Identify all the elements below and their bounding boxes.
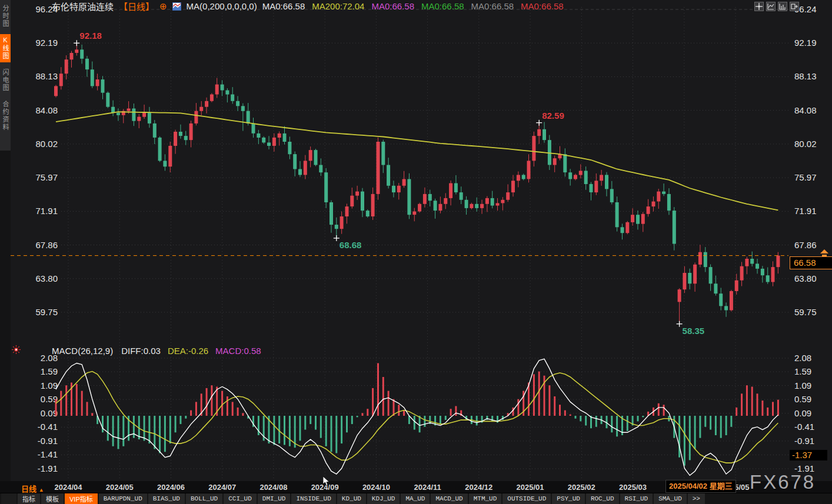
macd-value-0: DIFF:0.03 <box>121 346 161 356</box>
month-label-2025-03: 2025/03 <box>619 483 647 492</box>
month-label-2025-02: 2025/02 <box>568 483 595 492</box>
svg-text:92.19: 92.19 <box>794 38 817 48</box>
toolbar-item-8[interactable]: INSIDE_UD <box>291 493 335 504</box>
ma-value-0: MA0:66.58 <box>262 1 305 11</box>
chart-layers: 96.2496.2492.1992.1988.1388.1384.0884.08… <box>11 0 832 481</box>
svg-text:75.97: 75.97 <box>794 172 817 182</box>
month-label-2024-10: 2024/10 <box>362 483 390 492</box>
macd-value-1: DEA:-0.26 <box>168 346 208 356</box>
svg-text:71.91: 71.91 <box>35 206 58 216</box>
dropdown-arrow-icon: ▲ <box>39 487 44 493</box>
toolbar-item-13[interactable]: MTM_UD <box>469 493 502 504</box>
macd-cursor-value-tag: -1.37 <box>790 450 827 460</box>
period-tag: 【日线】 <box>119 0 154 12</box>
svg-text:0.09: 0.09 <box>794 408 811 418</box>
svg-text:0.59: 0.59 <box>794 394 811 404</box>
toolbar-item-7[interactable]: DMI_UD <box>258 493 291 504</box>
main-chart-canvas[interactable]: 96.2496.2492.1992.1988.1388.1384.0884.08… <box>0 0 832 481</box>
svg-text:80.02: 80.02 <box>35 139 58 149</box>
svg-text:58.35: 58.35 <box>683 326 705 336</box>
add-indicator-icon[interactable]: ⊕ <box>159 1 167 12</box>
svg-text:84.08: 84.08 <box>35 105 58 115</box>
svg-text:84.08: 84.08 <box>794 105 817 115</box>
trading-terminal-window: 96.2496.2492.1992.1988.1388.1384.0884.08… <box>0 0 832 504</box>
svg-text:-0.91: -0.91 <box>794 436 814 446</box>
month-label-2024-06: 2024/06 <box>157 483 185 492</box>
toolbar-item-11[interactable]: MA_UD <box>401 493 430 504</box>
ma-value-3: MA0:66.58 <box>421 1 464 11</box>
svg-text:1.59: 1.59 <box>794 366 811 376</box>
month-label-2024-08: 2024/08 <box>259 483 287 492</box>
ma-value-5: MA0:66.58 <box>521 1 564 11</box>
ma-value-4: MA0:66.58 <box>471 1 514 11</box>
month-label-2024-11: 2024/11 <box>414 483 441 492</box>
svg-text:1.09: 1.09 <box>41 380 58 390</box>
svg-text:92.19: 92.19 <box>35 38 58 48</box>
svg-text:-0.41: -0.41 <box>38 422 58 432</box>
svg-text:59.75: 59.75 <box>35 307 58 317</box>
axis-bar-chart-icon[interactable] <box>778 2 787 11</box>
toolbar-item-2[interactable]: VIP指标 <box>65 493 98 504</box>
toolbar-item-0[interactable]: 指标 <box>18 493 40 504</box>
svg-text:1.59: 1.59 <box>41 366 58 376</box>
month-label-2024-04: 2024/04 <box>55 483 82 492</box>
toolbar-item-1[interactable]: 模板 <box>41 493 64 504</box>
svg-text:68.68: 68.68 <box>340 240 362 250</box>
svg-text:-1.41: -1.41 <box>38 449 58 459</box>
svg-text:1.09: 1.09 <box>794 380 811 390</box>
toolbar-item-10[interactable]: KDJ_UD <box>367 493 400 504</box>
month-label-2025-01: 2025/01 <box>517 483 544 492</box>
pan-right-icon[interactable] <box>790 2 799 11</box>
toolbar-item-9[interactable]: KD_UD <box>337 493 366 504</box>
macd-value-2: MACD:0.58 <box>215 346 261 356</box>
svg-text:71.91: 71.91 <box>794 206 817 216</box>
svg-text:-0.41: -0.41 <box>794 422 814 432</box>
indicator-toolbar: 指标模板VIP指标BARUPDN_UDBIAS_UDBOLL_UDCCI_UDD… <box>0 493 832 504</box>
month-label-2024-05: 2024/05 <box>106 483 134 492</box>
svg-text:92.18: 92.18 <box>79 31 102 41</box>
svg-text:-1.91: -1.91 <box>38 463 58 473</box>
ma-values: MA0:66.58MA200:72.04MA0:66.58MA0:66.58MA… <box>262 1 564 11</box>
svg-text:2.08: 2.08 <box>794 353 811 363</box>
price-up-arrow-icon <box>820 249 829 259</box>
toolbar-item-15[interactable]: PSY_UD <box>552 493 585 504</box>
macd-values: DIFF:0.03DEA:-0.26MACD:0.58 <box>121 346 261 356</box>
ma-value-1: MA200:72.04 <box>312 1 364 11</box>
svg-text:88.13: 88.13 <box>794 71 817 81</box>
toolbar-spacer <box>1 493 16 504</box>
svg-text:75.97: 75.97 <box>35 172 58 182</box>
time-axis-row: 日线 ▲ 2024/042024/052024/062024/072024/08… <box>0 481 832 493</box>
month-label-2024-12: 2024/12 <box>465 483 492 492</box>
ma-formula: MA(0,200,0,0,0,0) <box>187 1 257 11</box>
toolbar-item-12[interactable]: MACD_UD <box>431 493 467 504</box>
line-chart-icon[interactable] <box>172 2 181 11</box>
mouse-cursor <box>323 476 330 489</box>
svg-text:82.59: 82.59 <box>542 111 564 121</box>
macd-indicator-header: MACD(26,12,9) DIFF:0.03DEA:-0.26MACD:0.5… <box>52 345 261 356</box>
crosshair-move-icon[interactable] <box>754 2 764 11</box>
crosshair-date-tooltip: 2025/04/02 星期三 <box>665 480 736 493</box>
svg-text:67.86: 67.86 <box>35 240 58 250</box>
toolbar-item-3[interactable]: BARUPDN_UD <box>99 493 147 504</box>
toolbar-item-4[interactable]: BIAS_UD <box>148 493 185 504</box>
alert-record-icon <box>12 345 21 356</box>
toolbar-item-14[interactable]: OUTSIDE_UD <box>502 493 551 504</box>
macd-params: MACD(26,12,9) <box>52 346 113 356</box>
svg-text:67.86: 67.86 <box>794 240 817 250</box>
svg-text:63.80: 63.80 <box>794 273 817 283</box>
watermark: FX678 <box>750 471 816 493</box>
toolbar-item-5[interactable]: BOLL_UD <box>186 493 222 504</box>
svg-text:-0.91: -0.91 <box>38 436 58 446</box>
toolbar-item-16[interactable]: ROC_UD <box>586 493 619 504</box>
toolbar-item-18[interactable]: SMA_UD <box>654 493 687 504</box>
svg-text:59.75: 59.75 <box>794 307 817 317</box>
symbol-name: 布伦特原油连续 <box>52 0 114 12</box>
svg-text:88.13: 88.13 <box>35 71 58 81</box>
toolbar-item-6[interactable]: CCI_UD <box>224 493 257 504</box>
svg-text:80.02: 80.02 <box>794 139 817 149</box>
chart-title-bar: 布伦特原油连续 【日线】 ⊕ MA(0,200,0,0,0,0) MA0:66.… <box>52 1 564 12</box>
chart-scale-toolbar <box>754 2 799 11</box>
toolbar-item-19[interactable]: >> <box>688 493 705 504</box>
toolbar-item-17[interactable]: RSI_UD <box>620 493 653 504</box>
axis-line-chart-icon[interactable] <box>766 2 776 11</box>
